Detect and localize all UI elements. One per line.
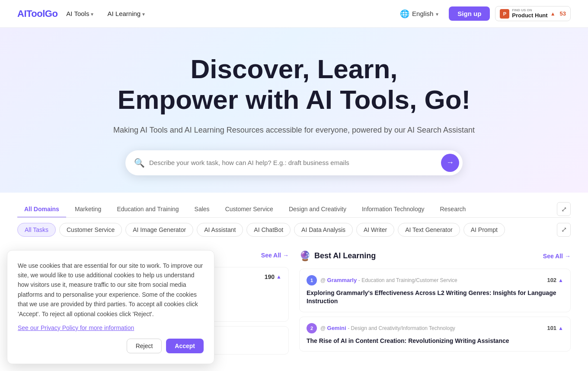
learning-icon: 🔮 <box>299 251 311 262</box>
chip-ai-image-generator[interactable]: AI Image Generator <box>125 223 193 237</box>
cookie-accept-button[interactable]: Accept <box>166 339 204 353</box>
nav-ai-tools[interactable]: AI Tools <box>61 7 99 20</box>
logo[interactable]: AIToolGo <box>17 8 58 19</box>
learning-card-1-vote-count: 102 <box>547 277 556 283</box>
tool-card-1-vote-count: 190 <box>265 273 275 280</box>
learning-see-all-arrow-icon: → <box>565 253 571 260</box>
learning-card-2-category: Design and Creativity/Information Techno… <box>351 325 455 331</box>
language-label: English <box>412 10 433 17</box>
tab-education-training[interactable]: Education and Training <box>110 201 185 218</box>
learning-card-1-avatar: 1 <box>307 275 317 285</box>
learning-card-1-vote-arrow-icon: ▲ <box>558 277 563 283</box>
producthunt-name-label: Product Hunt <box>512 12 547 19</box>
learning-card-1-author-name: Grammarly <box>327 277 357 283</box>
tab-research[interactable]: Research <box>433 201 473 218</box>
chip-customer-service[interactable]: Customer Service <box>59 223 122 237</box>
tool-card-1-votes: 190 ▲ <box>265 273 281 280</box>
nav-ai-tools-label: AI Tools <box>66 10 89 17</box>
chip-ai-chatbot[interactable]: AI ChatBot <box>246 223 291 237</box>
learning-card-1: 1 @ Grammarly - Education and Training/C… <box>299 269 571 312</box>
learning-card-2-vote-arrow-icon: ▲ <box>558 325 563 331</box>
hero-title: Discover, Learn, Empower with AI Tools, … <box>17 54 571 115</box>
tools-see-all-link[interactable]: See All → <box>261 252 289 259</box>
tab-customer-service[interactable]: Customer Service <box>218 201 280 218</box>
task-chips-expand-button[interactable]: ⤢ <box>557 223 571 237</box>
learning-card-2-title: The Rise of AI in Content Creation: Revo… <box>307 337 563 346</box>
nav-right: 🌐 English Sign up P FIND US ON Product H… <box>395 6 571 21</box>
nav-ai-learning[interactable]: AI Learning <box>102 7 150 20</box>
best-learning-header: 🔮 Best AI Learning See All → <box>299 251 571 262</box>
tab-design-creativity[interactable]: Design and Creativity <box>282 201 353 218</box>
nav-left: AIToolGo AI Tools AI Learning <box>17 7 150 20</box>
chip-ai-writer[interactable]: AI Writer <box>356 223 394 237</box>
best-learning-panel: 🔮 Best AI Learning See All → 1 @ Grammar… <box>299 251 571 359</box>
hero-section: Discover, Learn, Empower with AI Tools, … <box>0 28 588 193</box>
domain-tabs-expand-button[interactable]: ⤢ <box>557 202 571 216</box>
learning-see-all-link[interactable]: See All → <box>543 253 571 260</box>
cookie-text: We use cookies that are essential for ou… <box>18 261 204 319</box>
learning-card-2-vote-count: 101 <box>547 325 556 331</box>
lang-chevron-icon <box>436 10 438 17</box>
best-learning-title: 🔮 Best AI Learning <box>299 251 376 262</box>
cookie-privacy-link[interactable]: See our Privacy Policy for more informat… <box>18 324 134 331</box>
producthunt-icon: P <box>500 9 509 19</box>
signup-button[interactable]: Sign up <box>449 6 490 21</box>
nav-ai-learning-label: AI Learning <box>107 10 141 17</box>
domain-tabs-row: All Domains Marketing Education and Trai… <box>17 201 571 218</box>
learning-card-1-category: Education and Training/Customer Service <box>361 277 457 283</box>
hero-title-line1: Discover, Learn, <box>190 54 397 84</box>
language-selector[interactable]: 🌐 English <box>395 6 444 21</box>
learning-see-all-label: See All <box>543 253 563 260</box>
learning-card-2-avatar: 2 <box>307 323 317 333</box>
chip-ai-data-analysis[interactable]: AI Data Analysis <box>294 223 353 237</box>
domain-tabs-section: All Domains Marketing Education and Trai… <box>0 193 588 242</box>
chip-all-tasks[interactable]: All Tasks <box>17 223 56 237</box>
cookie-actions: Reject Accept <box>18 339 204 353</box>
ai-tools-chevron-icon <box>91 10 93 17</box>
tool-card-1-vote-arrow-icon: ▲ <box>276 274 281 280</box>
best-learning-label: Best AI Learning <box>314 251 376 260</box>
producthunt-count: 53 <box>560 10 566 17</box>
learning-card-2: 2 @ Gemini - Design and Creativity/Infor… <box>299 317 571 352</box>
globe-icon: 🌐 <box>400 9 409 19</box>
tools-see-all-label: See All <box>261 252 281 259</box>
producthunt-badge[interactable]: P FIND US ON Product Hunt ▲ 53 <box>495 6 571 21</box>
learning-card-1-title: Exploring Grammarly's Effectiveness Acro… <box>307 289 563 306</box>
tab-sales[interactable]: Sales <box>188 201 217 218</box>
navbar: AIToolGo AI Tools AI Learning 🌐 English … <box>0 0 588 28</box>
chip-ai-prompt[interactable]: AI Prompt <box>463 223 505 237</box>
tab-marketing[interactable]: Marketing <box>68 201 108 218</box>
learning-card-1-author: 1 @ Grammarly - Education and Training/C… <box>307 275 457 285</box>
task-chips-row: All Tasks Customer Service AI Image Gene… <box>17 218 571 242</box>
tab-information-technology[interactable]: Information Technology <box>355 201 431 218</box>
search-submit-button[interactable]: → <box>441 154 459 172</box>
hero-subtitle: Making AI Tools and AI Learning Resource… <box>17 126 571 135</box>
learning-card-1-meta: 1 @ Grammarly - Education and Training/C… <box>307 275 563 285</box>
cookie-banner: We use cookies that are essential for ou… <box>7 250 214 364</box>
chip-ai-assistant[interactable]: AI Assistant <box>197 223 243 237</box>
tools-see-all-arrow-icon: → <box>283 252 289 259</box>
producthunt-text: FIND US ON Product Hunt <box>512 9 547 19</box>
learning-card-2-meta: 2 @ Gemini - Design and Creativity/Infor… <box>307 323 563 333</box>
search-input[interactable] <box>149 159 441 166</box>
tab-all-domains[interactable]: All Domains <box>17 201 66 218</box>
producthunt-find-label: FIND US ON <box>512 9 547 12</box>
hero-title-line2: Empower with AI Tools, Go! <box>118 85 470 114</box>
search-icon: 🔍 <box>134 158 145 168</box>
learning-card-2-author-name: Gemini <box>327 325 346 331</box>
producthunt-arrow-icon: ▲ <box>550 11 556 17</box>
learning-card-2-votes: 101 ▲ <box>547 325 563 331</box>
ai-learning-chevron-icon <box>142 10 145 17</box>
learning-card-2-author: 2 @ Gemini - Design and Creativity/Infor… <box>307 323 455 333</box>
chip-ai-text-generator[interactable]: AI Text Generator <box>398 223 460 237</box>
learning-card-1-votes: 102 ▲ <box>547 277 563 283</box>
cookie-reject-button[interactable]: Reject <box>127 339 162 353</box>
search-bar: 🔍 → <box>125 150 463 175</box>
